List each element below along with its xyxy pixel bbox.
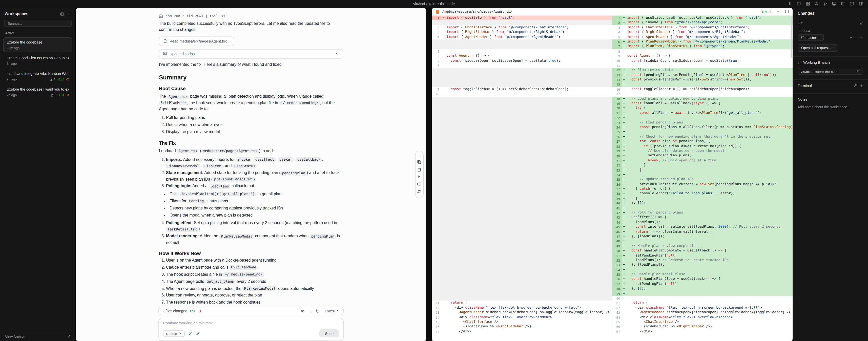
split-view-icon[interactable] — [785, 10, 788, 14]
bold-text: Imports: — [166, 157, 182, 162]
diff-line-old — [432, 206, 612, 211]
chat-list-item: Polling effect: Set up a polling interva… — [166, 220, 343, 233]
diff-line-old — [432, 191, 612, 196]
bold-text: Modal rendering: — [166, 234, 199, 238]
diff-line-new: 50+ const handlePlanComplete = useCallba… — [612, 248, 793, 253]
version-selector[interactable]: Latest — [325, 309, 340, 313]
diff-line-old — [432, 82, 612, 87]
history-icon[interactable] — [316, 309, 320, 313]
file-count: 4 — [53, 78, 55, 81]
diff-line-new: 40+ }, []); — [612, 201, 793, 206]
new-workspace-icon[interactable] — [67, 12, 71, 16]
inline-code: ~/.medusa/pending/ — [279, 101, 320, 105]
diff-line-new: 7+ import { PlanItem, PlanStatus } from … — [612, 44, 793, 49]
diff-line-new: 36+ previousPlanIdsRef.current = new Set… — [612, 182, 793, 187]
monitor-icon[interactable] — [832, 2, 836, 6]
chat-scroll-area[interactable]: npm run build 2>&1 | tail -80The build c… — [76, 8, 426, 305]
chat-paragraph: I've implemented the fix. Here's a summa… — [159, 62, 343, 68]
message-input[interactable] — [163, 321, 339, 325]
panel-left-icon[interactable] — [841, 2, 845, 6]
chat-list-item: User can review, annotate, approve, or r… — [166, 293, 343, 299]
diff-row: 24+ const pendingPlans = allPlans.filter… — [432, 125, 793, 130]
tool-call[interactable]: Updated Todos — [159, 49, 343, 59]
search-input[interactable] — [4, 20, 72, 27]
diff-line-old — [432, 282, 612, 287]
panel-bottom-icon[interactable] — [850, 2, 854, 6]
chevron-down-icon[interactable] — [336, 52, 339, 56]
working-branch-input[interactable] — [801, 69, 855, 73]
diff-line-old — [432, 39, 612, 44]
diff-row: 32+ } — [432, 163, 793, 168]
tool-call-label: Read medusa/src/pages/Agent.tsx — [169, 39, 227, 43]
open-pr-button[interactable]: Open pull request — [798, 44, 837, 52]
diff-line-old: 9 const toggleSidebar = () => setSidebar… — [432, 87, 612, 92]
workspace-item[interactable]: Explore the codebase I want you to ex...… — [3, 85, 72, 99]
workspace-item[interactable]: Explore the codebase35m ago — [3, 37, 72, 52]
diff-row: 15+ — [432, 82, 793, 87]
mode-selector[interactable]: Default — [163, 330, 184, 337]
diff-line-new: 49+ // Handle plan review completion — [612, 244, 793, 249]
expand-terminal-icon[interactable] — [853, 84, 857, 88]
diff-line-old — [432, 149, 612, 154]
composer: Default Send — [158, 318, 344, 341]
diff-line-old — [432, 120, 612, 125]
diff-line-old: 16 {sidebarOpen && <RightSidebar />} — [432, 324, 612, 329]
diff-line-new: 65 <ChatInterface /> — [612, 320, 793, 324]
notes-placeholder[interactable]: Add notes about this workspace... — [798, 105, 863, 110]
branch-icon[interactable] — [823, 2, 828, 6]
expand-git-icon[interactable] — [860, 21, 863, 25]
diff-scrollbar[interactable] — [790, 17, 792, 58]
working-branch-field[interactable] — [798, 68, 863, 75]
chat-heading: Root Cause — [159, 86, 343, 91]
diff-row: 50+ const handlePlanComplete = useCallba… — [432, 248, 793, 253]
pause-icon[interactable] — [788, 2, 792, 6]
diff-row: 3 import { RightSidebar } from "@/compon… — [432, 30, 793, 35]
edit-icon[interactable] — [196, 331, 200, 335]
workspace-time: 35m ago — [7, 46, 20, 50]
diff-line-new: 60 — [612, 296, 793, 301]
steps-icon[interactable] — [308, 309, 312, 313]
copy-icon[interactable] — [417, 160, 422, 164]
branch-selector[interactable]: master — [798, 34, 824, 41]
workspace-item[interactable]: Install and integrate Vibe Kanban Web...… — [3, 69, 72, 84]
frame-icon[interactable] — [797, 2, 801, 6]
collapse-file-icon[interactable] — [776, 10, 780, 14]
files-changed-button[interactable]: 2 files changed — [162, 309, 187, 313]
panel-right-icon[interactable] — [859, 2, 863, 6]
bold-text: Polling logic: — [166, 184, 191, 188]
diff-file-path: /medusa/medusa/src/pages/Agent.tsx — [442, 10, 512, 14]
diff-row: 11 return (61 return ( — [432, 301, 793, 306]
more-actions-icon[interactable] — [859, 36, 863, 40]
diff-line-new: 45+ const interval = setInterval(loadPla… — [612, 225, 793, 229]
collapse-panel-icon[interactable] — [60, 12, 64, 16]
clipboard-icon[interactable] — [417, 167, 422, 172]
repo-name: medusa — [798, 29, 863, 32]
diff-rows: 1- import { useState } from "react";1+ i… — [432, 16, 793, 341]
workspace-item[interactable]: Create Good First Issues on Github So...… — [3, 53, 72, 68]
monitor-icon[interactable] — [417, 182, 422, 186]
chat-list-item: The hook script creates a file in ~/.med… — [166, 272, 343, 278]
view-archive-row[interactable]: View Archive 0 — [0, 332, 75, 341]
run-icon[interactable] — [417, 175, 422, 179]
chat-list-item: Calls invoke<PlanItem[]>('get_all_plans'… — [169, 191, 343, 197]
diff-line-old — [432, 96, 612, 101]
tool-call[interactable]: Read medusa/src/pages/Agent.tsx — [159, 36, 234, 46]
tool-call[interactable]: npm run build 2>&1 | tail -80 — [159, 14, 343, 18]
eye-icon[interactable] — [814, 2, 819, 6]
send-button[interactable]: Send — [319, 329, 339, 337]
grid-icon[interactable] — [805, 2, 810, 6]
chevron-down-icon — [831, 46, 834, 49]
diff-row: 26+ // Check for new pending plans that … — [432, 134, 793, 140]
inline-code: PlanReviewModal — [166, 164, 200, 168]
diff-row: 48+ — [432, 239, 793, 244]
attach-icon[interactable] — [188, 331, 192, 335]
diff-line-new: 20+ try { — [612, 106, 793, 111]
copy-branch-icon[interactable] — [857, 69, 860, 73]
compare-icon[interactable] — [417, 189, 422, 193]
diff-line-new: 58+ }, []); — [612, 287, 793, 291]
eye-icon[interactable] — [300, 309, 304, 313]
new-terminal-icon[interactable] — [860, 84, 863, 88]
notes-section-label: Notes — [798, 97, 808, 102]
version-label: Latest — [325, 309, 335, 313]
drag-handle-icon[interactable] — [417, 154, 421, 158]
